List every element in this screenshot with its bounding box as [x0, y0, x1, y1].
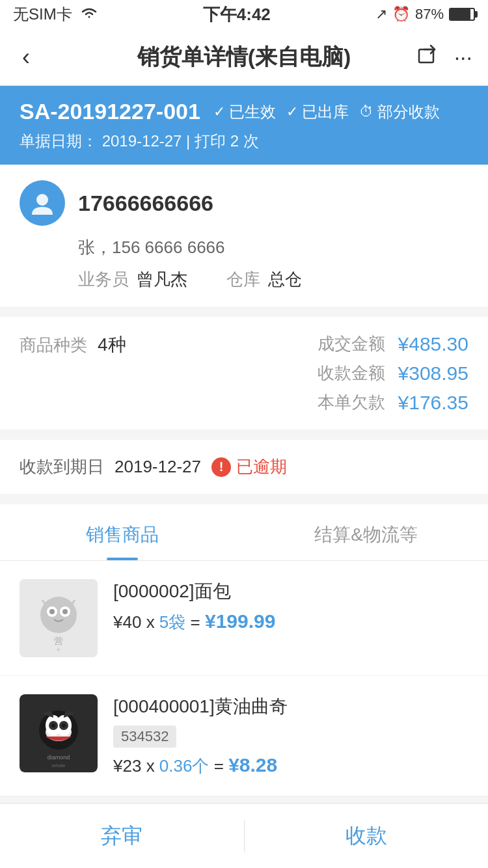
- product-unit-price-2: ¥23: [113, 756, 141, 776]
- date-label: 单据日期：: [20, 132, 98, 150]
- print-info: | 打印 2 次: [186, 132, 259, 150]
- status-bar: 无SIM卡 下午4:42 ↗ ⏰ 87%: [0, 0, 488, 29]
- svg-point-1: [36, 194, 48, 206]
- product-sku-2: 534532: [113, 726, 176, 748]
- collect-payment-button[interactable]: 收款: [245, 809, 489, 863]
- transaction-amount-label: 成交金额: [318, 332, 385, 355]
- carrier-text: 无SIM卡: [13, 4, 72, 25]
- badge-partial-payment: ⏱ 部分收款: [359, 102, 440, 122]
- customer-name-item: 张，156 6666 6666: [78, 236, 225, 259]
- received-amount-label: 收款金额: [318, 362, 385, 385]
- overdue-text: 已逾期: [236, 455, 287, 478]
- product-type-value: 4种: [98, 332, 126, 357]
- product-name-2: [000400001]黄油曲奇: [113, 694, 468, 719]
- nav-bar: ‹ 销货单详情(来自电脑) ···: [0, 29, 488, 86]
- received-amount-value: ¥308.95: [398, 362, 468, 385]
- overdue-icon: !: [211, 457, 231, 477]
- warehouse-value: 总仓: [268, 268, 302, 291]
- product-type-row: 商品种类 4种: [20, 332, 126, 357]
- customer-name-value: 张，156 6666 6666: [78, 236, 225, 259]
- warehouse-item: 仓库 总仓: [226, 268, 302, 291]
- product-type-label: 商品种类: [20, 334, 87, 357]
- svg-text:营: 营: [54, 636, 63, 646]
- product-unit-price-1: ¥40: [113, 612, 141, 632]
- svg-point-6: [49, 609, 55, 614]
- svg-point-17: [51, 724, 55, 727]
- customer-section: 17666666666 张，156 6666 6666 业务员 曾凡杰 仓库 总…: [0, 165, 488, 306]
- product-image-1: 营 +: [20, 579, 98, 657]
- battery-text: 87%: [415, 6, 444, 23]
- tabs-section: 销售商品 结算&物流等: [0, 504, 488, 561]
- product-total-1: ¥199.99: [205, 610, 275, 632]
- wifi-icon: [80, 5, 98, 23]
- status-bar-left: 无SIM卡: [13, 4, 98, 25]
- stats-left: 商品种类 4种: [20, 332, 126, 357]
- svg-point-7: [62, 609, 68, 614]
- badge-effective: ✓ 已生效: [213, 102, 276, 122]
- products-section: 营 + [0000002]面包 ¥40 x 5袋 = ¥199.99: [0, 561, 488, 796]
- product-item-2: diamond whale [000400001]黄油曲奇 534532 ¥23…: [0, 676, 488, 796]
- status-bar-time: 下午4:42: [203, 3, 271, 26]
- owed-amount-value: ¥176.35: [398, 392, 468, 414]
- tabs-header: 销售商品 结算&物流等: [0, 504, 488, 561]
- customer-account: 17666666666: [78, 191, 213, 216]
- product-info-1: [0000002]面包 ¥40 x 5袋 = ¥199.99: [113, 579, 468, 634]
- product-price-row-2: ¥23 x 0.36个 = ¥8.28: [113, 754, 468, 778]
- salesperson-value: 曾凡杰: [137, 268, 187, 291]
- transaction-amount-row: 成交金额 ¥485.30: [318, 332, 468, 355]
- share-icon[interactable]: [418, 44, 439, 70]
- svg-text:diamond: diamond: [47, 754, 70, 761]
- battery-icon: [449, 8, 475, 21]
- due-date-label: 收款到期日: [20, 455, 104, 478]
- avatar: [20, 180, 65, 226]
- stats-right: 成交金额 ¥485.30 收款金额 ¥308.95 本单欠款 ¥176.35: [318, 332, 468, 414]
- alarm-icon: ⏰: [392, 6, 410, 23]
- more-icon[interactable]: ···: [454, 44, 472, 70]
- svg-point-3: [40, 597, 77, 633]
- product-qty-2: 0.36个: [159, 756, 210, 776]
- reject-button[interactable]: 弃审: [0, 809, 244, 863]
- order-banner: SA-20191227-001 ✓ 已生效 ✓ 已出库 ⏱ 部分收款 单据日期：…: [0, 86, 488, 165]
- customer-top: 17666666666: [20, 180, 468, 226]
- product-price-row-1: ¥40 x 5袋 = ¥199.99: [113, 610, 468, 634]
- bottom-bar: 弃审 收款: [0, 803, 488, 868]
- customer-info-row: 业务员 曾凡杰 仓库 总仓: [20, 268, 468, 291]
- owed-amount-row: 本单欠款 ¥176.35: [318, 391, 468, 414]
- received-amount-row: 收款金额 ¥308.95: [318, 362, 468, 385]
- due-date-section: 收款到期日 2019-12-27 ! 已逾期: [0, 440, 488, 494]
- check-icon-1: ✓: [213, 103, 225, 120]
- product-qty-1: 5袋: [159, 612, 185, 632]
- back-button[interactable]: ‹: [16, 37, 36, 77]
- status-bar-right: ↗ ⏰ 87%: [375, 6, 475, 23]
- stats-section: 商品种类 4种 成交金额 ¥485.30 收款金额 ¥308.95 本单欠款 ¥…: [0, 317, 488, 429]
- order-badges: ✓ 已生效 ✓ 已出库 ⏱ 部分收款: [213, 102, 440, 122]
- transaction-amount-value: ¥485.30: [398, 333, 468, 355]
- location-icon: ↗: [375, 6, 387, 23]
- product-info-2: [000400001]黄油曲奇 534532 ¥23 x 0.36个 = ¥8.…: [113, 694, 468, 778]
- badge-shipped: ✓ 已出库: [286, 102, 349, 122]
- product-item: 营 + [0000002]面包 ¥40 x 5袋 = ¥199.99: [0, 561, 488, 676]
- tab-settlement[interactable]: 结算&物流等: [244, 504, 488, 560]
- check-icon-2: ✓: [286, 103, 298, 120]
- svg-text:whale: whale: [51, 763, 66, 768]
- salesperson-item: 业务员 曾凡杰: [78, 268, 187, 291]
- product-image-2: diamond whale: [20, 694, 98, 772]
- nav-actions: ···: [418, 44, 472, 70]
- svg-rect-0: [419, 49, 433, 62]
- page-title: 销货单详情(来自电脑): [137, 42, 351, 72]
- order-date-value: 2019-12-27: [102, 132, 182, 150]
- order-date-info: 单据日期： 2019-12-27 | 打印 2 次: [20, 131, 468, 152]
- product-name-1: [0000002]面包: [113, 579, 468, 604]
- customer-details: 张，156 6666 6666: [20, 236, 468, 259]
- due-date-value: 2019-12-27: [115, 457, 201, 477]
- svg-point-18: [62, 724, 66, 727]
- overdue-badge: ! 已逾期: [211, 455, 287, 478]
- order-id: SA-20191227-001: [20, 99, 200, 124]
- tab-sales-products[interactable]: 销售商品: [0, 504, 244, 560]
- product-total-2: ¥8.28: [228, 754, 277, 776]
- clock-icon: ⏱: [359, 103, 373, 120]
- salesperson-label: 业务员: [78, 268, 129, 291]
- svg-text:+: +: [57, 646, 61, 653]
- owed-amount-label: 本单欠款: [318, 391, 385, 414]
- warehouse-label: 仓库: [226, 268, 260, 291]
